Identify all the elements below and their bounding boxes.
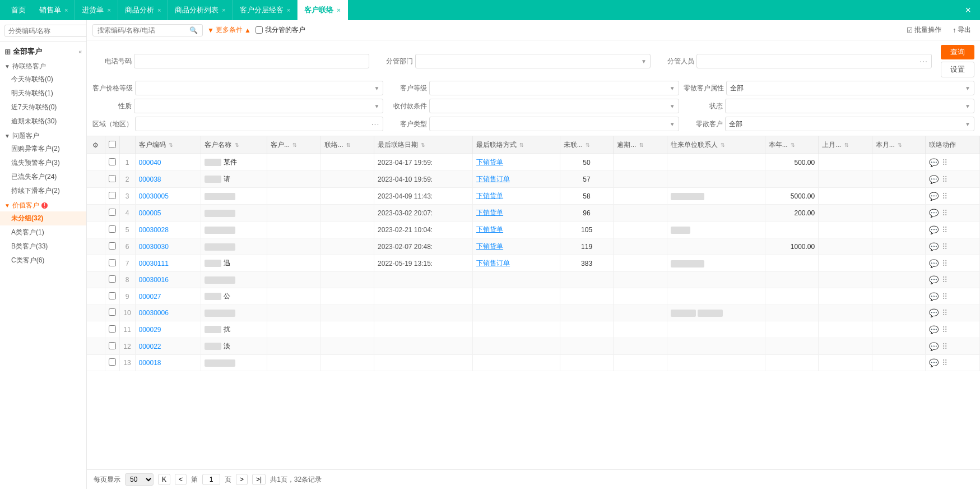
td-code[interactable]: 000018	[135, 355, 201, 371]
td-checkbox[interactable]	[105, 205, 119, 222]
td-last-method[interactable]: 下销货单	[473, 205, 560, 222]
status-input[interactable]: ▼	[725, 99, 974, 113]
customer-level-input[interactable]: ▼	[429, 81, 679, 95]
more-action-icon[interactable]: ⠿	[942, 175, 948, 184]
sidebar-item-tomorrow-pending[interactable]: 明天待联络(1)	[0, 86, 86, 100]
row-checkbox[interactable]	[109, 308, 116, 316]
more-action-icon[interactable]: ⠿	[942, 325, 948, 334]
close-purchase-tab[interactable]: ×	[107, 7, 110, 13]
td-code[interactable]: 00030016	[135, 272, 201, 288]
col-name[interactable]: 客户名称 ⇅	[201, 136, 267, 154]
row-checkbox[interactable]	[109, 225, 116, 233]
col-type[interactable]: 客户... ⇅	[267, 136, 321, 154]
sidebar-item-ungrouped[interactable]: 未分组(32)	[0, 211, 86, 225]
more-action-icon[interactable]: ⠿	[942, 358, 948, 367]
sidebar-item-churn-warning[interactable]: 流失预警客户(3)	[0, 156, 86, 170]
chat-action-icon[interactable]: 💬	[929, 275, 939, 284]
td-last-method[interactable]: 下销售订单	[473, 255, 560, 272]
row-checkbox[interactable]	[109, 358, 116, 366]
first-page-button[interactable]: K	[158, 474, 170, 485]
sidebar-item-b-class[interactable]: B类客户(33)	[0, 239, 86, 253]
tab-customer-contact[interactable]: 客户联络 ×	[298, 0, 347, 20]
td-code[interactable]: 00030111	[135, 255, 201, 272]
col-last-month[interactable]: 上月... ⇅	[819, 136, 872, 154]
staff-input[interactable]: ···	[696, 54, 932, 68]
all-customers-header[interactable]: ⊞ 全部客户 «	[0, 42, 86, 59]
my-customers-checkbox[interactable]: 我分管的客户	[256, 25, 305, 35]
col-checkbox[interactable]	[105, 136, 119, 154]
col-unit-contact[interactable]: 往来单位联系人 ⇅	[667, 136, 765, 154]
chat-action-icon[interactable]: 💬	[929, 342, 939, 351]
sidebar-item-churned[interactable]: 已流失客户(24)	[0, 170, 86, 184]
td-last-method[interactable]	[473, 338, 560, 355]
row-checkbox[interactable]	[109, 292, 116, 299]
col-last-date[interactable]: 最后联络日期 ⇅	[374, 136, 473, 154]
nature-input[interactable]: ▼	[134, 99, 383, 113]
row-checkbox[interactable]	[109, 342, 116, 349]
chat-action-icon[interactable]: 💬	[929, 292, 939, 301]
value-group-label[interactable]: ▼ 价值客户 !	[0, 198, 86, 211]
chat-action-icon[interactable]: 💬	[929, 325, 939, 334]
close-analysis-tab[interactable]: ×	[157, 7, 161, 13]
row-checkbox[interactable]	[109, 325, 116, 333]
tab-analysis-list[interactable]: 商品分析列表 ×	[168, 0, 233, 20]
my-customers-check[interactable]	[256, 26, 263, 34]
retail-attr-input[interactable]: 全部 ▼	[726, 81, 974, 95]
chat-action-icon[interactable]: 💬	[929, 192, 939, 201]
more-action-icon[interactable]: ⠿	[942, 225, 948, 234]
region-input[interactable]: ···	[135, 117, 383, 131]
tab-purchase[interactable]: 进货单 ×	[75, 0, 118, 20]
more-action-icon[interactable]: ⠿	[942, 342, 948, 351]
td-checkbox[interactable]	[105, 355, 119, 371]
sidebar-search-input[interactable]	[4, 25, 87, 37]
sidebar-item-abnormal[interactable]: 固购异常客户(2)	[0, 142, 86, 156]
retail-input[interactable]: 全部 ▼	[725, 117, 974, 131]
more-action-icon[interactable]: ⠿	[942, 242, 948, 251]
td-code[interactable]: 00030005	[135, 188, 201, 205]
td-last-method[interactable]	[473, 288, 560, 305]
td-checkbox[interactable]	[105, 321, 119, 338]
td-checkbox[interactable]	[105, 154, 119, 171]
more-action-icon[interactable]: ⠿	[942, 259, 948, 268]
col-code[interactable]: 客户编码 ⇅	[135, 136, 201, 154]
next-page-button[interactable]: >	[236, 474, 248, 485]
query-button[interactable]: 查询	[941, 45, 974, 59]
pending-group-label[interactable]: ▼ 待联络客户	[0, 59, 86, 72]
sidebar-item-overdue-pending[interactable]: 逾期未联络(30)	[0, 114, 86, 128]
tab-customer-seg[interactable]: 客户分层经客 ×	[233, 0, 298, 20]
row-checkbox[interactable]	[109, 192, 116, 199]
page-number-input[interactable]	[202, 474, 220, 485]
td-code[interactable]: 000040	[135, 154, 201, 171]
sidebar-item-today-pending[interactable]: 今天待联络(0)	[0, 72, 86, 86]
customer-type-input[interactable]: ▼	[429, 117, 679, 131]
collapse-icon[interactable]: «	[78, 49, 82, 55]
td-last-method[interactable]	[473, 272, 560, 288]
row-checkbox[interactable]	[109, 259, 116, 266]
settings-icon[interactable]: ⚙	[92, 141, 99, 149]
col-this-month[interactable]: 本月... ⇅	[872, 136, 926, 154]
tab-sales[interactable]: 销售单 ×	[32, 0, 75, 20]
batch-op-button[interactable]: ☑ 批量操作	[903, 24, 945, 36]
td-last-method[interactable]	[473, 355, 560, 371]
phone-input[interactable]	[134, 54, 369, 68]
chat-action-icon[interactable]: 💬	[929, 158, 939, 167]
close-analysis-list-tab[interactable]: ×	[222, 7, 225, 13]
td-last-method[interactable]: 下销货单	[473, 154, 560, 171]
close-sales-tab[interactable]: ×	[64, 7, 68, 13]
td-code[interactable]: 000005	[135, 205, 201, 222]
td-checkbox[interactable]	[105, 305, 119, 321]
td-code[interactable]: 00030030	[135, 238, 201, 255]
col-last-method[interactable]: 最后联络方式 ⇅	[473, 136, 560, 154]
pay-terms-input[interactable]: ▼	[429, 99, 679, 113]
last-page-button[interactable]: >|	[252, 474, 266, 485]
col-contact[interactable]: 联络... ⇅	[321, 136, 374, 154]
col-not-contact[interactable]: 未联... ⇅	[560, 136, 614, 154]
chat-action-icon[interactable]: 💬	[929, 308, 939, 317]
tab-home[interactable]: 首页	[4, 0, 32, 20]
more-filters-button[interactable]: ▼ 更多条件 ▲	[207, 25, 251, 35]
sidebar-item-c-class[interactable]: C类客户(6)	[0, 253, 86, 267]
td-code[interactable]: 000022	[135, 338, 201, 355]
dept-input[interactable]: ▼	[415, 54, 651, 68]
td-last-method[interactable]	[473, 321, 560, 338]
td-code[interactable]: 000029	[135, 321, 201, 338]
